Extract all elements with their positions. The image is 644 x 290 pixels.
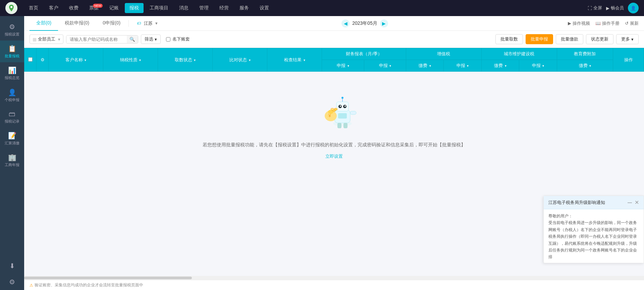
employee-select-label: 全部员工	[38, 36, 55, 42]
app-logo[interactable]	[5, 2, 17, 14]
setup-link[interactable]: 立即设置	[325, 154, 343, 159]
account-checkbox-input[interactable]	[166, 37, 170, 42]
city-maintenance-header: 城市维护建设税	[481, 48, 557, 60]
vat-declare-label: 申报	[379, 63, 388, 68]
region-selector[interactable]: 🏷 江苏 ▾	[133, 20, 162, 26]
sidebar-item-batch-tax[interactable]: 📋 批量报税	[0, 41, 24, 62]
fullscreen-button[interactable]: ⛶ 全屏	[588, 5, 602, 11]
compare-status-header: 比对状态 ▾	[213, 48, 267, 72]
select-all-checkbox[interactable]	[28, 57, 33, 62]
empty-text: 若您想使用批量报税功能，请先在【报税设置】中进行报税的初始化设置，完成密码验证和…	[203, 140, 466, 149]
nav-management[interactable]: 管理	[195, 3, 213, 13]
fullscreen-label: 全屏	[593, 5, 602, 11]
sidebar-item-tax-records[interactable]: 🗃 报税记录	[0, 106, 24, 128]
filter-button[interactable]: 筛选 ▾	[141, 34, 161, 44]
customer-name-filter-icon[interactable]: ▾	[85, 58, 86, 62]
check-result-label: 检查结果	[284, 57, 302, 62]
empty-illustration: ¥	[314, 92, 354, 132]
notification-minimize-icon[interactable]: —	[628, 200, 632, 205]
tax-nature-filter-icon[interactable]: ▾	[139, 58, 141, 62]
next-month-button[interactable]: ▶	[380, 19, 388, 27]
batch-fetch-button[interactable]: 批量取数	[495, 34, 523, 44]
filter-chevron-icon: ▾	[155, 37, 157, 42]
sidebar-item-clearance[interactable]: 📝 汇算清缴	[0, 128, 24, 149]
svg-point-6	[340, 105, 341, 107]
prev-month-button[interactable]: ◀	[341, 19, 350, 27]
more-button[interactable]: 更多 ▾	[616, 34, 639, 44]
manual-button[interactable]: 📖 操作手册	[595, 20, 620, 26]
check-result-filter-icon[interactable]: ▾	[304, 58, 305, 62]
status-update-button[interactable]: 状态更新	[586, 34, 613, 44]
nav-fee[interactable]: 收费	[64, 3, 83, 13]
nav-service[interactable]: 服务	[235, 3, 254, 13]
sidebar-tax-records-label: 报税记录	[5, 119, 19, 124]
fetch-status-filter-icon[interactable]: ▾	[194, 58, 196, 62]
horizontal-scrollbar[interactable]	[24, 276, 644, 280]
batch-pay-button[interactable]: 批量缴款	[556, 34, 583, 44]
tab-zero-declaration[interactable]: 0申报(0)	[96, 16, 127, 31]
sidebar-item-settings[interactable]: ⚙	[0, 274, 24, 290]
svg-point-0	[10, 6, 12, 8]
sidebar-item-download[interactable]: ⬇	[0, 258, 24, 274]
settings-icon: ⚙	[9, 278, 15, 286]
compare-status-filter-icon[interactable]: ▾	[249, 58, 251, 62]
sidebar: ⚙ 报税设置 📋 批量报税 📊 报税总览 👤 个税申报 🗃 报税记录 📝 汇算清…	[0, 16, 24, 290]
clearance-icon: 📝	[8, 132, 16, 140]
financial-declare-filter-icon[interactable]: ▾	[347, 64, 349, 68]
filter-label: 筛选	[145, 36, 153, 42]
user-avatar[interactable]: 👤	[628, 3, 639, 13]
city-declare-filter-icon[interactable]: ▾	[467, 64, 469, 68]
edu-declare-label: 申报	[532, 63, 541, 68]
city-pay-filter-icon[interactable]: ▾	[505, 64, 506, 68]
nav-bookkeeping[interactable]: 记账	[105, 3, 123, 13]
refresh-button[interactable]: ↺ 展新	[625, 20, 639, 26]
select-all-header[interactable]	[24, 48, 37, 72]
svg-point-19	[331, 108, 334, 110]
annual-report-icon: 🏢	[8, 153, 16, 161]
nav-tax[interactable]: 报税	[125, 3, 144, 13]
sidebar-item-tax-overview[interactable]: 📊 报税总览	[0, 62, 24, 84]
employee-selector[interactable]: ▦ 全部员工 ▾	[30, 34, 63, 44]
account-checkbox-label: 名下账套	[172, 36, 190, 42]
nav-home[interactable]: 首页	[24, 3, 43, 13]
nav-invoice[interactable]: 票据 NEW	[85, 3, 103, 13]
notification-header: 江苏电子税务局升级影响通知 — ✕	[544, 196, 644, 209]
search-box[interactable]: 🔍	[66, 35, 138, 44]
notification-title: 江苏电子税务局升级影响通知	[548, 200, 605, 206]
vat-pay-filter-icon[interactable]: ▾	[429, 64, 431, 68]
member-button[interactable]: ▶ 畅会员	[606, 5, 624, 11]
notification-close-button[interactable]: ✕	[635, 199, 639, 206]
vat-pay-label: 缴费	[419, 63, 427, 68]
vat-header: 增值税	[406, 48, 482, 60]
tab-tax-declaration[interactable]: 税款申报(0)	[58, 16, 96, 31]
svg-rect-11	[350, 111, 356, 115]
nav-message[interactable]: 消息	[174, 3, 193, 13]
batch-declare-button[interactable]: 批量申报	[526, 34, 553, 44]
nav-business[interactable]: 工商项目	[145, 3, 173, 13]
sidebar-item-personal-tax[interactable]: 👤 个税申报	[0, 84, 24, 106]
nav-customer[interactable]: 客户	[44, 3, 63, 13]
sidebar-item-tax-settings[interactable]: ⚙ 报税设置	[0, 19, 24, 41]
member-label: 畅会员	[611, 5, 624, 11]
video-button[interactable]: ▶ 操作视频	[568, 20, 590, 26]
edu-declare-filter-icon[interactable]: ▾	[542, 64, 544, 68]
notification-content: 尊敬的用户：受当前电子税务局进一步升级的影响，同一个政务网账号（办税人）名下的企…	[548, 214, 637, 259]
financial-declare-header: 申报 ▾	[322, 60, 364, 72]
scrollbar-thumb[interactable]	[24, 277, 192, 279]
vat-declare-filter-icon[interactable]: ▾	[389, 64, 391, 68]
nav-operation[interactable]: 经营	[215, 3, 233, 13]
nav-right-area: ⛶ 全屏 ▶ 畅会员 👤	[588, 3, 639, 13]
search-input[interactable]	[66, 35, 127, 43]
sidebar-item-annual-report[interactable]: 🏢 工商年报	[0, 149, 24, 171]
vat-label: 增值税	[437, 51, 450, 56]
search-button[interactable]: 🔍	[127, 35, 138, 43]
avatar-icon: 👤	[631, 6, 636, 11]
edu-pay-filter-icon[interactable]: ▾	[589, 64, 591, 68]
notification-body: 尊敬的用户：受当前电子税务局进一步升级的影响，同一个政务网账号（办税人）名下的企…	[544, 209, 644, 263]
account-checkbox[interactable]: 名下账套	[166, 36, 190, 42]
sidebar-tax-overview-label: 报税总览	[5, 76, 19, 80]
tab-all[interactable]: 全部(0)	[30, 16, 58, 31]
more-label: 更多	[621, 36, 630, 42]
settings-column-header[interactable]: ⚙	[37, 48, 49, 72]
nav-settings[interactable]: 设置	[255, 3, 274, 13]
